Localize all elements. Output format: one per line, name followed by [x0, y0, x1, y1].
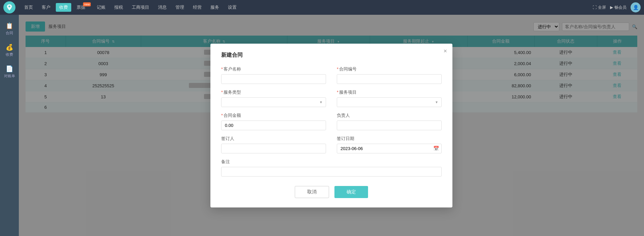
nav-bookkeep[interactable]: 记账: [93, 3, 109, 12]
responsible-input[interactable]: [337, 121, 442, 130]
modal-title: 新建合同: [221, 52, 442, 59]
confirm-button[interactable]: 确定: [334, 186, 368, 198]
form-row-signer: 签订人: [221, 136, 326, 153]
nav-tax[interactable]: 报税: [111, 3, 126, 12]
remark-input[interactable]: [221, 167, 442, 177]
sidebar-item-contract[interactable]: 📋 合同: [0, 18, 19, 40]
contract-icon: 📋: [6, 22, 13, 30]
form-row-service-item: *服务项目: [337, 89, 442, 107]
nav-right: ⛶ 全屏 ▶ 畅会员 👤: [593, 2, 641, 12]
sign-date-label: 签订日期: [337, 136, 442, 142]
member-button[interactable]: ▶ 畅会员: [610, 5, 627, 10]
service-item-select-wrap: [337, 97, 442, 107]
form-row-remark: 备注: [221, 159, 442, 177]
nav-service[interactable]: 服务: [207, 3, 223, 12]
fee-icon: 💰: [6, 44, 13, 51]
member-icon: ▶: [610, 5, 613, 10]
form-row-service-type: *服务类型: [221, 89, 326, 107]
form-row-amount: *合同金额: [221, 112, 326, 130]
service-type-select[interactable]: [221, 97, 326, 107]
form-row-customer: *客户名称: [221, 66, 326, 84]
sidebar-item-statement[interactable]: 📄 对账单: [0, 61, 19, 83]
contract-no-input[interactable]: [337, 74, 442, 84]
form-row-sign-date: 签订日期 📅: [337, 136, 442, 153]
nav-msg[interactable]: 消息: [155, 3, 170, 12]
signer-input[interactable]: [221, 144, 326, 153]
sidebar: 📋 合同 💰 收费 📄 对账单: [0, 15, 19, 236]
nav-bill[interactable]: 票据 new: [73, 3, 91, 12]
service-item-select[interactable]: [337, 97, 442, 107]
nav-operation[interactable]: 经营: [190, 3, 205, 12]
amount-label: *合同金额: [221, 112, 326, 119]
service-type-label: *服务类型: [221, 89, 326, 95]
signer-label: 签订人: [221, 136, 326, 142]
fullscreen-button[interactable]: ⛶ 全屏: [593, 5, 606, 10]
form-row-contract-no: *合同编号: [337, 66, 442, 84]
nav-manage[interactable]: 管理: [172, 3, 188, 12]
sign-date-input[interactable]: [337, 144, 442, 153]
main-layout: 📋 合同 💰 收费 📄 对账单 新增 服务项目 进行中 已完成 已终止 🔍: [0, 15, 644, 236]
form-grid: *客户名称 *合同编号 *服务类型: [221, 66, 442, 177]
user-avatar[interactable]: 👤: [631, 2, 641, 12]
modal-overlay: × 新建合同 *客户名称 *合同编号: [19, 15, 644, 236]
fullscreen-icon: ⛶: [593, 5, 597, 10]
top-nav: 首页 客户 收费 票据 new 记账 报税 工商项目 消息 管理 经营 服务 设…: [0, 0, 644, 15]
sidebar-item-fee[interactable]: 💰 收费: [0, 40, 19, 61]
modal-close-button[interactable]: ×: [443, 48, 447, 55]
sign-date-wrap: 📅: [337, 144, 442, 153]
new-badge: new: [83, 2, 91, 6]
nav-biz[interactable]: 工商项目: [128, 3, 153, 12]
nav-home[interactable]: 首页: [21, 3, 36, 12]
customer-name-label: *客户名称: [221, 66, 326, 72]
avatar-icon: 👤: [633, 5, 639, 10]
customer-name-input[interactable]: [221, 74, 326, 84]
logo[interactable]: [3, 1, 15, 13]
svg-point-0: [8, 6, 10, 8]
form-row-responsible: 负责人: [337, 112, 442, 130]
nav-items: 首页 客户 收费 票据 new 记账 报税 工商项目 消息 管理 经营 服务 设…: [21, 3, 593, 12]
nav-customer[interactable]: 客户: [38, 3, 54, 12]
remark-label: 备注: [221, 159, 442, 165]
cancel-button[interactable]: 取消: [295, 186, 329, 198]
service-item-label: *服务项目: [337, 89, 442, 95]
service-type-select-wrap: [221, 97, 326, 107]
amount-input[interactable]: [221, 121, 326, 130]
modal-footer: 取消 确定: [221, 186, 442, 198]
responsible-label: 负责人: [337, 112, 442, 119]
nav-settings[interactable]: 设置: [225, 3, 240, 12]
statement-icon: 📄: [6, 65, 13, 73]
contract-no-label: *合同编号: [337, 66, 442, 72]
new-contract-modal: × 新建合同 *客户名称 *合同编号: [210, 44, 452, 207]
content-area: 新增 服务项目 进行中 已完成 已终止 🔍 序号 合同编号 ⇅: [19, 15, 644, 236]
nav-fee[interactable]: 收费: [56, 3, 71, 12]
